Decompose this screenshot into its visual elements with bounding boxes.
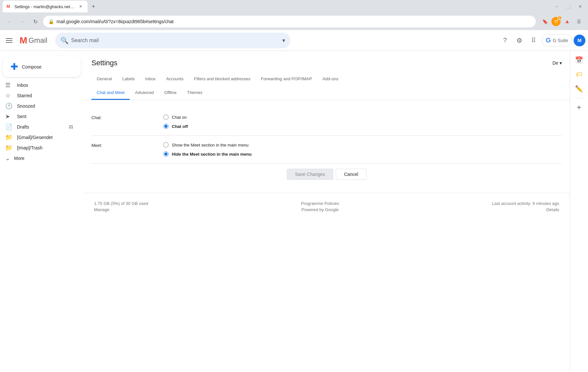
brave-rewards-icon[interactable]: 🔺	[562, 16, 572, 27]
meet-show-option[interactable]: Show the Meet section in the main menu	[163, 142, 252, 147]
right-divider	[575, 98, 583, 98]
meet-hide-radio[interactable]	[163, 151, 169, 157]
gmail-text: Gmail	[28, 36, 47, 45]
brave-shield-container: 🛡 1	[551, 17, 561, 26]
details-link[interactable]: Details	[546, 207, 559, 212]
compose-label: Compose	[22, 64, 41, 70]
right-add-button[interactable]: +	[573, 101, 586, 114]
meet-show-label: Show the Meet section in the main menu	[172, 143, 249, 147]
cancel-button[interactable]: Cancel	[336, 169, 367, 180]
tab-general[interactable]: General	[91, 72, 117, 86]
address-bar[interactable]: 🔒 mail.google.com/mail/u/0/?zx=8iqxazdt9…	[43, 16, 536, 27]
footer-activity: Last account activity: 9 minutes ago Det…	[492, 201, 559, 212]
chat-off-radio[interactable]	[163, 124, 169, 129]
gmail-header: M Gmail 🔍 ▾ ? ⚙ ⠿ G G Suite M	[0, 30, 588, 51]
meet-show-radio[interactable]	[163, 142, 169, 147]
bookmark-button[interactable]: 🔖	[540, 16, 550, 27]
forward-button[interactable]: →	[17, 16, 27, 27]
more-button[interactable]: ⌄ More	[0, 153, 84, 163]
search-bar[interactable]: 🔍 ▾	[55, 33, 290, 48]
settings-body: Chat: Chat on Chat off Meet:	[84, 100, 570, 193]
save-button[interactable]: Save Changes	[287, 169, 333, 180]
sidebar-item-snoozed[interactable]: 🕐 Snoozed	[0, 101, 78, 111]
drafts-icon: 📄	[5, 123, 12, 131]
lock-icon: 🔒	[48, 19, 54, 24]
meet-hide-option[interactable]: Hide the Meet section in the main menu	[163, 151, 252, 157]
tab-offline[interactable]: Offline	[159, 86, 182, 100]
apps-button[interactable]: ⠿	[527, 34, 540, 47]
search-input[interactable]	[71, 38, 280, 43]
tab-forwarding[interactable]: Forwarding and POP/IMAP	[256, 72, 318, 86]
tab-themes[interactable]: Themes	[182, 86, 207, 100]
tab-close-button[interactable]: ✕	[78, 4, 84, 9]
inbox-icon: ☰	[5, 82, 12, 89]
new-tab-button[interactable]: +	[89, 2, 98, 11]
gsuite-badge[interactable]: G G Suite	[542, 34, 572, 46]
close-button[interactable]: ✕	[575, 1, 585, 12]
gmail-logo: M Gmail	[20, 35, 47, 46]
chat-options: Chat on Chat off	[163, 115, 188, 129]
settings-button[interactable]: ⚙	[513, 34, 526, 47]
chat-off-option[interactable]: Chat off	[163, 124, 188, 129]
sidebar-item-drafts[interactable]: 📄 Drafts 21	[0, 122, 78, 132]
imap-trash-icon: 📁	[5, 144, 12, 151]
tab-chat[interactable]: Chat and Meet	[91, 86, 130, 100]
tasks-icon[interactable]: 🏷	[573, 68, 586, 81]
tab-filters[interactable]: Filters and blocked addresses	[189, 72, 256, 86]
snoozed-label: Snoozed	[17, 103, 73, 109]
sidebar-item-gmail-gesendet[interactable]: 📁 [Gmail]/Gesendet	[0, 132, 78, 143]
sidebar-item-imap-trash[interactable]: 📁 [Imap]/Trash	[0, 143, 78, 153]
meet-label: Meet:	[91, 142, 163, 148]
brave-shield-icon[interactable]: 🛡 1	[551, 17, 561, 26]
meet-hide-label: Hide the Meet section in the main menu	[172, 152, 252, 157]
tab-inbox[interactable]: Inbox	[140, 72, 161, 86]
language-selector[interactable]: De ▾	[552, 60, 562, 66]
sent-icon: ➤	[5, 113, 12, 120]
chat-label: Chat:	[91, 115, 163, 120]
help-button[interactable]: ?	[498, 34, 512, 47]
tab-favicon: M	[7, 4, 12, 9]
activity-text: Last account activity: 9 minutes ago	[492, 201, 559, 206]
tab-title: Settings - martin@ghacks.net - G...	[14, 4, 75, 9]
tab-accounts[interactable]: Accounts	[161, 72, 188, 86]
sidebar-item-inbox[interactable]: ☰ Inbox	[0, 80, 78, 90]
policies-link[interactable]: Programme Policies	[301, 201, 339, 206]
calendar-icon[interactable]: 📅	[573, 54, 586, 67]
chat-on-option[interactable]: Chat on	[163, 115, 188, 120]
gmail-gesendet-label: [Gmail]/Gesendet	[17, 135, 73, 140]
browser-menu-button[interactable]: ☰	[574, 16, 584, 27]
user-avatar[interactable]: M	[574, 35, 585, 46]
gsuite-label: G Suite	[553, 38, 568, 43]
tab-advanced[interactable]: Advanced	[130, 86, 159, 100]
maximize-button[interactable]: ⬜	[563, 1, 574, 12]
settings-header: Settings De ▾	[84, 51, 570, 67]
minimize-button[interactable]: −	[551, 1, 562, 12]
footer-links: Programme Policies Powered by Google	[301, 201, 339, 212]
settings-title: Settings	[91, 59, 118, 67]
brave-badge: 1	[557, 16, 562, 20]
settings-actions: Save Changes Cancel	[91, 163, 562, 185]
back-button[interactable]: ←	[4, 16, 14, 27]
right-sidebar: 📅 🏷 ✏️ + ›	[570, 51, 588, 372]
more-label: More	[14, 156, 24, 161]
search-dropdown-icon[interactable]: ▾	[282, 37, 285, 44]
active-tab[interactable]: M Settings - martin@ghacks.net - G... ✕	[3, 1, 88, 12]
hamburger-menu[interactable]	[3, 34, 16, 47]
footer: 1.75 GB (5%) of 30 GB used Manage Progra…	[84, 193, 570, 220]
svg-rect-2	[6, 42, 12, 43]
chat-on-radio[interactable]	[163, 115, 169, 120]
sidebar-item-sent[interactable]: ➤ Sent	[0, 111, 78, 122]
meet-section: Meet: Show the Meet section in the main …	[91, 136, 562, 163]
storage-text: 1.75 GB (5%) of 30 GB used	[94, 201, 148, 206]
chat-on-label: Chat on	[172, 115, 187, 120]
edit-icon[interactable]: ✏️	[573, 82, 586, 95]
manage-link[interactable]: Manage	[94, 207, 148, 212]
tabs-row-2: Chat and Meet Advanced Offline Themes	[91, 86, 562, 100]
tab-labels[interactable]: Labels	[117, 72, 140, 86]
tab-addons[interactable]: Add-ons	[317, 72, 343, 86]
sidebar-item-starred[interactable]: ☆ Starred	[0, 90, 78, 101]
refresh-button[interactable]: ↻	[30, 16, 41, 27]
compose-button[interactable]: ✚ Compose	[3, 56, 81, 77]
meet-options: Show the Meet section in the main menu H…	[163, 142, 252, 157]
gmail-body: ✚ Compose ☰ Inbox ☆ Starred 🕐 Snoozed ➤ …	[0, 51, 588, 372]
